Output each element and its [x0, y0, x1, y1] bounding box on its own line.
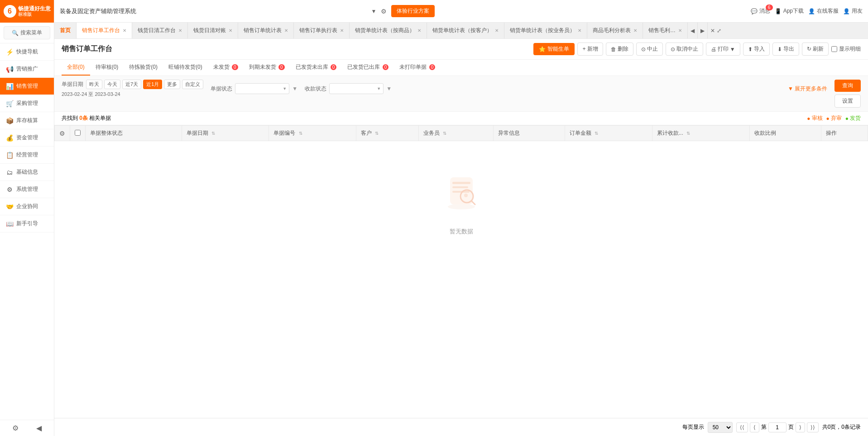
sidebar-nav-item-purchase[interactable]: 🛒 采购管理 [0, 95, 54, 112]
tab-close-icon[interactable]: ✕ [123, 28, 126, 33]
col-staff-header[interactable]: 业务员 ⇅ [418, 126, 493, 141]
tab-prev-button[interactable]: ◀ [688, 23, 698, 38]
show-detail-checkbox-input[interactable] [831, 46, 837, 52]
sidebar-nav-item-basic[interactable]: 🗂 基础信息 [0, 164, 54, 181]
online-service-button[interactable]: 👤 在线客服 [808, 7, 839, 15]
date-search-field: 单据日期 昨天 今天 近7天 近1月 更多 自定义 [62, 80, 203, 89]
expand-conditions-button[interactable]: ▼ 展开更多条件 [788, 85, 827, 93]
date-btn-custom[interactable]: 自定义 [182, 80, 203, 89]
date-btn-more[interactable]: 更多 [164, 80, 180, 89]
page-number-input[interactable] [768, 422, 786, 432]
suspend-button[interactable]: ⊙ 中止 [636, 43, 663, 56]
empty-icon [439, 168, 484, 222]
show-detail-checkbox[interactable]: 显示明细 [831, 45, 861, 53]
col-abnormal-header: 异常信息 [494, 126, 565, 141]
tab-sales-stats-customer[interactable]: 销货单统计表（按客户） ✕ [427, 23, 504, 38]
ship-button[interactable]: ● 发货 [845, 114, 861, 122]
sidebar-nav-item-inventory[interactable]: 📦 库存核算 [0, 112, 54, 129]
settings-query-button[interactable]: 设置 [834, 95, 861, 108]
import-button[interactable]: ⬆ 导入 [743, 43, 770, 56]
date-btn-today[interactable]: 今天 [104, 80, 120, 89]
import-icon: ⬆ [748, 46, 753, 52]
tab-close-icon[interactable]: ✕ [633, 28, 637, 33]
tab-sales-stats-product[interactable]: 销货单统计表（按商品） ✕ [350, 23, 427, 38]
search-menu-button[interactable]: 🔍 搜索菜单 [4, 26, 50, 39]
tab-sales-stats-staff[interactable]: 销货单统计表（按业务员） ✕ [504, 23, 587, 38]
tab-close-icon[interactable]: ✕ [417, 28, 421, 33]
col-number-header[interactable]: 单据编号 ⇅ [269, 126, 356, 141]
review-button[interactable]: ● 审核 [807, 114, 822, 122]
tab-close-icon[interactable]: ✕ [495, 28, 499, 33]
date-btn-1month[interactable]: 近1月 [143, 80, 162, 89]
message-button[interactable]: 💬 消息 6 [751, 7, 770, 15]
sidebar-nav-item-enterprise[interactable]: 🤝 企业协同 [0, 198, 54, 215]
tab-close-icon[interactable]: ✕ [340, 28, 344, 33]
sidebar-nav-item-system[interactable]: ⚙ 系统管理 [0, 181, 54, 198]
date-btn-7days[interactable]: 近7天 [122, 80, 141, 89]
page-last-button[interactable]: ⟩⟩ [807, 422, 819, 432]
add-button[interactable]: + 新增 [577, 43, 603, 56]
filter-tab-unshipped[interactable]: 未发货 0 [208, 60, 244, 76]
filter-tab-wangpu-ship[interactable]: 旺铺待发货(0) [163, 60, 208, 76]
logo-icon: 6 [4, 5, 16, 18]
page-first-button[interactable]: ⟨⟨ [736, 422, 748, 432]
sidebar-nav-item-finance[interactable]: 💰 资金管理 [0, 129, 54, 147]
tab-restore-icon[interactable]: ⤢ [717, 28, 721, 34]
tab-next-button[interactable]: ▶ [698, 23, 708, 38]
filter-tab-shipped-out[interactable]: 已发货已出库 0 [342, 60, 394, 76]
tab-close-icon[interactable]: ✕ [284, 28, 288, 33]
cancel-review-button[interactable]: ● 弃审 [826, 114, 842, 122]
page-prev-button[interactable]: ⟨ [750, 422, 759, 432]
delete-button[interactable]: 🗑 删除 [606, 43, 633, 56]
filter-tab-pending-review[interactable]: 待审核(0) [90, 60, 124, 76]
tab-sales-exec[interactable]: 销售订单执行表 ✕ [294, 23, 350, 38]
print-button[interactable]: 🖨 打印 ▼ [706, 43, 740, 56]
filter-tab-shipped-not-out[interactable]: 已发货未出库 0 [290, 60, 342, 76]
tab-sales-order-workbench[interactable]: 销售订单工作台 ✕ [77, 23, 132, 39]
settings-bottom-icon[interactable]: ⚙ [12, 424, 19, 432]
col-customer-header[interactable]: 客户 ⇅ [356, 126, 419, 141]
sidebar-nav-item-guide[interactable]: 📖 新手引导 [0, 215, 54, 232]
tab-maximize-icon[interactable]: ✕ [710, 28, 715, 34]
experience-button[interactable]: 体验行业方案 [391, 5, 435, 17]
date-btn-yesterday[interactable]: 昨天 [86, 80, 102, 89]
col-date-header[interactable]: 单据日期 ⇅ [182, 126, 269, 141]
col-amount-header[interactable]: 订单金额 ⇅ [565, 126, 652, 141]
sidebar-nav-item-sales[interactable]: 📊 销售管理 [0, 78, 54, 95]
payment-select[interactable] [329, 83, 384, 94]
tab-sales-more[interactable]: 销售毛利… ✕ [643, 23, 688, 38]
app-download-button[interactable]: 📱 App下载 [775, 7, 804, 15]
settings-col-icon[interactable]: ⚙ [59, 130, 65, 137]
sidebar-nav-item-marketing[interactable]: 📢 营销推广 [0, 61, 54, 78]
filter-tab-overdue-unshipped[interactable]: 到期未发货 0 [244, 60, 290, 76]
tab-close-icon[interactable]: ✕ [178, 28, 182, 33]
tab-close-icon[interactable]: ✕ [678, 28, 682, 33]
refresh-button[interactable]: ↻ 刷新 [802, 43, 829, 56]
sidebar-nav-item-quick[interactable]: ⚡ 快捷导航 [0, 43, 54, 61]
filter-tab-all[interactable]: 全部(0) [62, 60, 90, 76]
tab-home[interactable]: 首页 [54, 23, 77, 38]
tab-cash-daily[interactable]: 钱货日清工作台 ✕ [132, 23, 188, 38]
export-button[interactable]: ⬇ 导出 [772, 43, 799, 56]
filter-tab-pending-inspect[interactable]: 待拣验货(0) [124, 60, 163, 76]
query-button[interactable]: 查询 [834, 80, 861, 92]
select-all-checkbox[interactable] [75, 130, 81, 136]
tab-close-icon[interactable]: ✕ [229, 28, 232, 33]
cancel-suspend-button[interactable]: ⊙ 取消中止 [666, 43, 703, 56]
sidebar-nav-item-operations[interactable]: 📋 经营管理 [0, 147, 54, 164]
tab-product-margin[interactable]: 商品毛利分析表 ✕ [587, 23, 643, 38]
user-menu-button[interactable]: 👤 用友 [843, 7, 863, 15]
tab-sales-stats[interactable]: 销售订单统计表 ✕ [238, 23, 294, 38]
collapse-sidebar-icon[interactable]: ◀ [36, 424, 42, 432]
search-bar-fields: 单据日期 昨天 今天 近7天 近1月 更多 自定义 2023-02-24 至 2… [62, 80, 827, 98]
status-select[interactable] [235, 83, 289, 94]
page-next-button[interactable]: ⟩ [796, 422, 805, 432]
smart-create-button[interactable]: ⭐ 智能生单 [533, 43, 575, 55]
filter-tab-unprinted[interactable]: 未打印单据 0 [394, 60, 441, 76]
tab-close-icon[interactable]: ✕ [578, 28, 581, 33]
gear-settings-icon[interactable]: ⚙ [381, 8, 387, 15]
page-size-select[interactable]: 50 10 20 100 [708, 422, 733, 433]
tab-cash-reconcile[interactable]: 钱货日清对账 ✕ [188, 23, 238, 38]
dropdown-arrow-icon[interactable]: ▼ [371, 8, 376, 14]
col-collected-header[interactable]: 累计收款... ⇅ [652, 126, 750, 141]
